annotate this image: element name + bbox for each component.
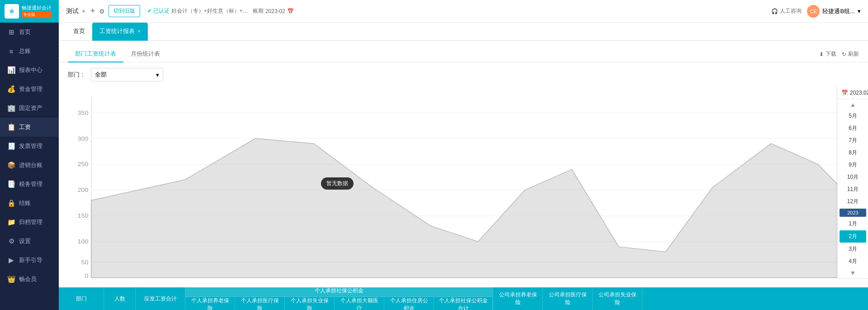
sidebar-item-closing[interactable]: 🔒结账 [0, 194, 59, 213]
tax-icon: 📑 [7, 180, 15, 188]
tab-salary-report[interactable]: 工资统计报表 × [92, 23, 148, 41]
date-item-12[interactable]: 12月 [838, 196, 868, 208]
certified-tag: ✔ 已认证 [147, 7, 170, 15]
sub-tabs: 部门工资统计表 月份统计表 ⬇ 下载 ↻ 刷新 [59, 41, 868, 62]
th-personal-total: 个人承担社保公积金合计 [434, 297, 493, 310]
switch-version-btn[interactable]: 切到旧版 [108, 5, 140, 17]
th-personal-pension: 个人承担养老保险 [185, 297, 235, 310]
svg-text:300: 300 [78, 135, 89, 142]
settings-icon: ⚙ [7, 237, 15, 245]
logo-text: 畅捷通好会计 专业版 [22, 5, 52, 18]
service-btn[interactable]: 🎧 人工咨询 [771, 7, 802, 15]
svg-text:350: 350 [78, 110, 89, 116]
calendar-small-icon: 📅 [841, 90, 848, 96]
date-item-7[interactable]: 7月 [838, 134, 868, 147]
dept-filter-select[interactable]: 全部 ▾ [91, 68, 163, 81]
logo-icon: 会 [5, 4, 19, 19]
date-item-4[interactable]: 4月 [838, 255, 868, 267]
calendar-icon[interactable]: 📅 [287, 8, 294, 14]
sidebar-item-home[interactable]: ⊞首页 [0, 23, 59, 42]
user-menu[interactable]: CE 轻捷通B组... ▾ [807, 5, 861, 18]
th-company-medical: 公司承担医疗保险 [543, 287, 593, 310]
svg-text:200: 200 [78, 187, 89, 193]
date-item-5[interactable]: 5月 [838, 110, 868, 122]
date-item-8[interactable]: 8月 [838, 147, 868, 159]
sidebar-item-assets[interactable]: 🏢固定资产 [0, 99, 59, 118]
topbar-dropdown-arrow[interactable]: ▾ [82, 8, 85, 14]
sidebar-label-home: 首页 [19, 28, 31, 36]
date-item-10[interactable]: 10月 [838, 171, 868, 183]
th-company-unemployment: 公司承担失业保险 [593, 287, 642, 310]
date-item-3[interactable]: 3月 [838, 243, 868, 255]
period-value: 2023-02 [265, 8, 285, 14]
date-item-2[interactable]: 2月 [840, 230, 866, 243]
home-icon: ⊞ [7, 28, 15, 36]
filter-label: 部门： [68, 71, 85, 79]
date-item-11[interactable]: 11月 [838, 183, 868, 196]
date-item-6[interactable]: 6月 [838, 122, 868, 134]
sidebar-label-salary: 工资 [19, 123, 31, 131]
salary-icon: 📋 [7, 123, 15, 131]
period-label: 账期 [253, 7, 264, 15]
filter-row: 部门： 全部 ▾ [59, 62, 868, 87]
sidebar-logo: 会 畅捷通好会计 专业版 [0, 0, 59, 23]
sidebar-item-vip[interactable]: 👑畅会员 [0, 270, 59, 289]
sidebar-item-funds[interactable]: 💰资金管理 [0, 80, 59, 99]
sidebar-label-reports: 报表中心 [19, 66, 42, 74]
table-header: 部门 人数 应发工资合计 个人承担社保公积金 个人承担养老保险 个人承担医疗保险… [59, 287, 868, 310]
invoice-icon: 🧾 [7, 142, 15, 150]
sub-tab-monthly[interactable]: 月份统计表 [123, 46, 167, 62]
vip-icon: 👑 [7, 275, 15, 283]
sidebar-item-sales[interactable]: 📦进销台账 [0, 156, 59, 175]
sidebar-item-settings[interactable]: ⚙设置 [0, 232, 59, 251]
sub-tab-dept[interactable]: 部门工资统计表 [68, 46, 123, 62]
date-item-9[interactable]: 9月 [838, 159, 868, 171]
svg-text:150: 150 [78, 213, 89, 219]
product-tags: 好会计（专）+好生意（标）+… [171, 7, 248, 15]
sidebar: 会 畅捷通好会计 专业版 ⊞首页≡总账📊报表中心💰资金管理🏢固定资产📋工资🧾发票… [0, 0, 59, 310]
topbar-settings-icon[interactable]: ⚙ [99, 8, 105, 15]
select-dropdown-icon: ▾ [156, 72, 159, 78]
tab-close-icon[interactable]: × [137, 28, 141, 34]
date-panel-down-btn[interactable]: ▼ [838, 267, 868, 278]
svg-text:100: 100 [78, 238, 89, 245]
sidebar-item-salary[interactable]: 📋工资 [0, 118, 59, 137]
download-btn[interactable]: ⬇ 下载 [819, 50, 836, 58]
sub-tab-actions: ⬇ 下载 ↻ 刷新 [819, 50, 859, 58]
sidebar-item-tax[interactable]: 📑税务管理 [0, 175, 59, 194]
date-panel-up-btn[interactable]: ▲ [838, 99, 868, 110]
topbar-add-btn[interactable]: + [90, 6, 95, 16]
th-people: 人数 [104, 287, 136, 310]
reports-icon: 📊 [7, 66, 15, 74]
sidebar-item-reports[interactable]: 📊报表中心 [0, 61, 59, 80]
guide-icon: ▶ [7, 256, 15, 264]
sidebar-item-ledger[interactable]: ≡总账 [0, 42, 59, 61]
sidebar-label-settings: 设置 [19, 237, 31, 245]
sidebar-label-ledger: 总账 [19, 47, 31, 55]
sidebar-label-assets: 固定资产 [19, 104, 42, 112]
assets-icon: 🏢 [7, 104, 15, 112]
refresh-btn[interactable]: ↻ 刷新 [842, 50, 859, 58]
headset-icon: 🎧 [771, 8, 778, 14]
th-company-pension: 公司承担养老保险 [493, 287, 543, 310]
date-item-1[interactable]: 1月 [838, 218, 868, 230]
th-dept: 部门 [59, 287, 104, 310]
main-content: 测试 ▾ + ⚙ 切到旧版 ✔ 已认证 好会计（专）+好生意（标）+… 账期 2… [59, 0, 868, 310]
date-panel-header: 📅 2023.02 [838, 87, 868, 99]
sidebar-label-funds: 资金管理 [19, 85, 42, 93]
sidebar-label-closing: 结账 [19, 199, 31, 207]
sidebar-label-tax: 税务管理 [19, 180, 42, 188]
user-dropdown-icon: ▾ [858, 8, 861, 14]
topbar-right: 🎧 人工咨询 CE 轻捷通B组... ▾ [771, 5, 861, 18]
th-personal-housing: 个人承担住房公积金 [384, 297, 434, 310]
username: 轻捷通B组... [822, 7, 855, 15]
tab-home[interactable]: 首页 [66, 23, 92, 41]
avatar: CE [807, 5, 820, 18]
sidebar-item-guide[interactable]: ▶新手引导 [0, 251, 59, 270]
sidebar-item-invoice[interactable]: 🧾发票管理 [0, 137, 59, 156]
sidebar-item-archive[interactable]: 📁归档管理 [0, 213, 59, 232]
page-content: 部门工资统计表 月份统计表 ⬇ 下载 ↻ 刷新 部门： 全部 ▾ [59, 41, 868, 310]
sidebar-items-container: ⊞首页≡总账📊报表中心💰资金管理🏢固定资产📋工资🧾发票管理📦进销台账📑税务管理🔒… [0, 23, 59, 289]
th-total-salary: 应发工资合计 [136, 287, 185, 310]
download-icon: ⬇ [819, 51, 824, 57]
